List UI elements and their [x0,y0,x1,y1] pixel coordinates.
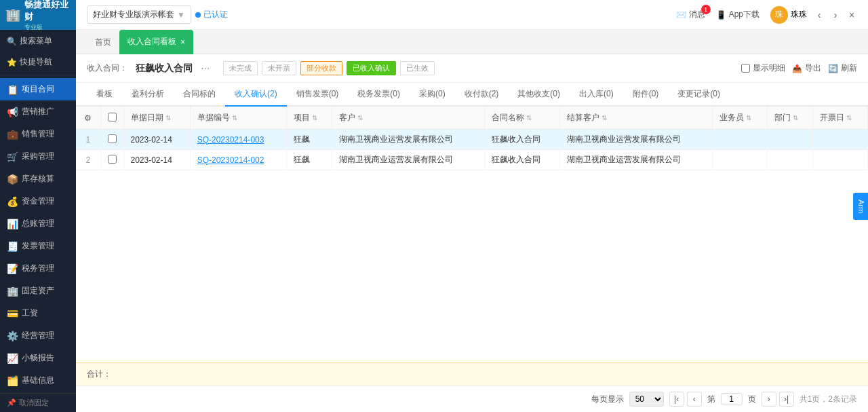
tab-subject[interactable]: 合同标的 [174,83,225,107]
row-check[interactable] [100,150,123,170]
table-row[interactable]: 1 2023-02-14 SQ-20230214-003 狂飙 湖南卫视商业运营… [76,130,868,150]
sidebar-item-label: 资金管理 [22,195,54,207]
status-incomplete[interactable]: 未完成 [223,61,258,75]
message-badge: 1 [701,5,711,14]
more-button[interactable]: ··· [201,62,210,75]
user-menu[interactable]: 珠 珠珠 [770,6,807,24]
tab-label: 收入合同看板 [127,36,176,48]
row-check[interactable] [100,130,123,150]
row-number[interactable]: SQ-20230214-002 [190,150,287,170]
page-size-select[interactable]: 50 20 100 [629,392,664,407]
base-icon: 🗂️ [7,375,18,386]
home-tab[interactable]: 首页 [87,30,119,54]
tab-sales-invoice[interactable]: 销售发票(0) [287,83,349,107]
status-confirmed[interactable]: 已收入确认 [347,61,396,75]
sidebar-item-general[interactable]: 📊 总账管理 [0,212,76,235]
sidebar-item-base[interactable]: 🗂️ 基础信息 [0,369,76,392]
company-name[interactable]: 好业财专业版演示帐套 ▼ [87,5,191,24]
prev-button[interactable]: ‹ [814,10,825,20]
next-button[interactable]: › [830,10,841,20]
col-date[interactable]: 单据日期⇅ [123,107,190,130]
sidebar-item-ops[interactable]: ⚙️ 经营管理 [0,324,76,347]
sidebar-item-project[interactable]: 📋 项目合同 [0,78,76,100]
app-download-button[interactable]: 📱 App下载 [716,9,760,20]
show-detail-input[interactable] [741,64,750,73]
sidebar-item-label: 采购管理 [22,151,54,162]
sort-result-icon: ⇅ [601,114,607,121]
summary-bar: 合计： [76,362,868,386]
tab-kanban[interactable]: 看板 [87,83,122,107]
first-page-button[interactable]: |‹ [669,392,684,407]
table-row[interactable]: 2 2023-02-14 SQ-20230214-002 狂飙 湖南卫视商业运营… [76,150,868,170]
col-number[interactable]: 单据编号⇅ [190,107,287,130]
status-partial[interactable]: 部分收款 [300,61,342,75]
search-menu[interactable]: 🔍 搜索菜单 [0,30,76,52]
row-contract: 狂飙收入合同 [485,130,560,150]
sidebar-item-label: 固定资产 [22,285,54,297]
tab-other[interactable]: 其他收支(0) [508,83,570,107]
sidebar-item-assets[interactable]: 🏢 固定资产 [0,280,76,302]
sidebar-item-tax[interactable]: 📝 税务管理 [0,257,76,280]
tab-close-button[interactable]: × [180,37,185,47]
project-icon: 📋 [7,84,18,95]
sidebar-item-reports[interactable]: 📈 小畅报告 [0,347,76,369]
prev-page-button[interactable]: ‹ [687,392,702,407]
tab-purchase[interactable]: 采购(0) [410,83,455,107]
sidebar-item-invoice[interactable]: 🧾 发票管理 [0,235,76,257]
show-detail-checkbox[interactable]: 显示明细 [741,62,785,74]
row-date: 2023-02-14 [123,130,190,150]
content-area: 收入合同： 狂飙收入合同 ··· 未完成 未开票 部分收款 已收入确认 已生效 … [76,54,868,412]
export-button[interactable]: 📤 导出 [792,62,821,74]
tab-changes[interactable]: 变更记录(0) [668,83,730,107]
row-number[interactable]: SQ-20230214-003 [190,130,287,150]
col-contract[interactable]: 合同名称⇅ [485,107,560,130]
tab-payment[interactable]: 收付款(2) [455,83,509,107]
tab-attachment[interactable]: 附件(0) [623,83,669,107]
col-check[interactable] [100,107,123,130]
tab-warehouse[interactable]: 出入库(0) [570,83,623,107]
row-contract: 狂飙收入合同 [485,150,560,170]
col-result-customer[interactable]: 结算客户⇅ [560,107,713,130]
tab-profit[interactable]: 盈利分析 [122,83,174,107]
row-dept [768,150,813,170]
arm-button[interactable]: Arm [853,192,868,219]
col-salesman[interactable]: 业务员⇅ [713,107,768,130]
page-label: 第 [705,394,718,405]
close-window-button[interactable]: × [846,10,857,20]
unpin-button[interactable]: 📌 取消固定 [0,393,76,412]
col-project[interactable]: 项目⇅ [287,107,332,130]
tab-revenue-confirm[interactable]: 收入确认(2) [225,83,287,107]
refresh-button[interactable]: 🔄 刷新 [828,62,857,74]
page-input[interactable] [721,393,743,405]
sort-date-icon: ⇅ [165,114,171,121]
purchase-icon: 🛒 [7,151,18,162]
sidebar-item-inventory[interactable]: 📦 库存核算 [0,168,76,190]
marketing-icon: 📢 [7,107,18,117]
header-right-actions: 显示明细 📤 导出 🔄 刷新 [741,62,857,74]
select-all-checkbox[interactable] [108,113,117,121]
status-effective[interactable]: 已生效 [400,61,435,75]
col-settings[interactable]: ⚙ [76,107,100,130]
ops-icon: ⚙️ [7,331,18,341]
tab-tax-invoice[interactable]: 税务发票(0) [348,83,410,107]
footer-pagination: 每页显示 50 20 100 |‹ ‹ 第 页 › ›| 共1页，2条记录 [76,386,868,412]
download-icon: 📱 [716,10,726,20]
sidebar-item-hr[interactable]: 💳 工资 [0,302,76,324]
col-opendate[interactable]: 开票日⇅ [812,107,867,130]
sidebar-item-label: 总账管理 [22,218,54,229]
quick-nav[interactable]: ⭐ 快捷导航 [0,52,76,72]
next-page-button[interactable]: › [762,392,776,407]
status-noinvoice[interactable]: 未开票 [262,61,296,75]
col-dept[interactable]: 部门⇅ [768,107,813,130]
col-customer[interactable]: 客户⇅ [332,107,485,130]
message-button[interactable]: ✉️ 消息 1 [676,9,705,20]
active-tab[interactable]: 收入合同看板 × [119,30,193,54]
sidebar-item-capital[interactable]: 💰 资金管理 [0,190,76,212]
company-selector[interactable]: 好业财专业版演示帐套 ▼ 已认证 [87,5,669,24]
sidebar-item-purchase[interactable]: 🛒 采购管理 [0,145,76,168]
invoice-icon: 🧾 [7,241,18,252]
last-page-button[interactable]: ›| [779,392,794,407]
sort-salesman-icon: ⇅ [746,114,751,121]
sidebar-item-marketing[interactable]: 📢 营销推广 [0,100,76,123]
sidebar-item-sales[interactable]: 💼 销售管理 [0,123,76,145]
